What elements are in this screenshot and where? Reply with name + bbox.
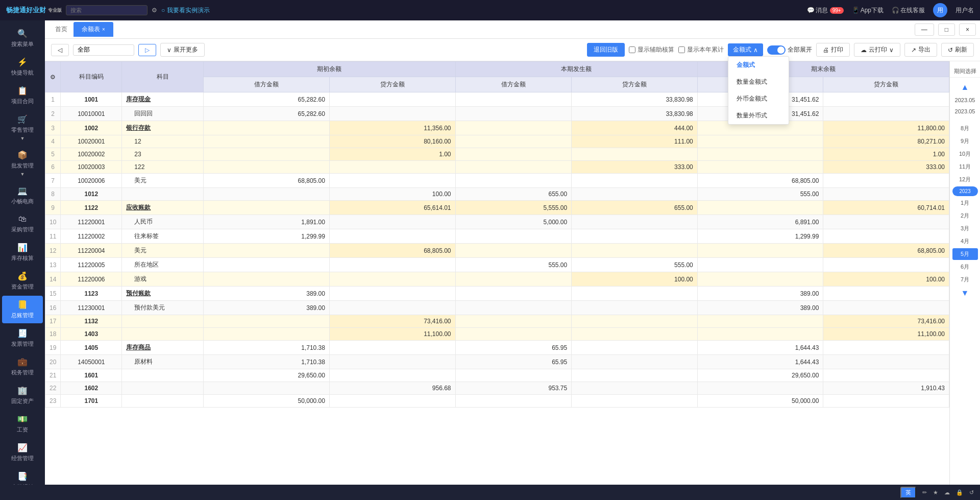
row-name-cell[interactable]: 往来标签 [122,229,204,244]
row-name-cell[interactable] [122,382,204,395]
message-btn[interactable]: 💬 消息 99+ [807,6,844,15]
table-row[interactable]: 1411220006游戏100.00100.00 [45,272,949,287]
period-may[interactable]: 5月 [952,248,978,260]
table-row[interactable]: 23170150,000.0050,000.00 [45,395,949,408]
menu-item-amount[interactable]: 金额式 [728,57,789,74]
row-name-cell[interactable]: 人民币 [122,215,204,229]
table-row[interactable]: 210010001回回回65,282.6033,830.9831,451.62 [45,107,949,121]
sidebar-item-wholesale[interactable]: 📦 批发管理 ▼ [2,146,43,181]
period-mar[interactable]: 3月 [952,223,978,234]
tab-home[interactable]: 首页 [49,22,74,37]
period-2023-05-1[interactable]: 2023.05 [952,95,978,105]
row-name-cell[interactable] [122,188,204,201]
table-row[interactable]: 17113273,416.0073,416.00 [45,315,949,328]
table-row[interactable]: 151123预付账款389.00389.00 [45,287,949,301]
row-name-cell[interactable]: 美元 [122,244,204,258]
year-badge-2023[interactable]: 2023 [952,186,978,196]
table-row[interactable]: 610020003122333.00333.00 [45,161,949,174]
table-row[interactable]: 1211220004美元68,805.0068,805.00 [45,244,949,258]
table-row[interactable]: 11001库存现金65,282.6033,830.9831,451.62 [45,92,949,107]
refresh-btn[interactable]: ↺ 刷新 [941,43,974,57]
row-name-cell[interactable]: 预付账款 [122,287,204,301]
row-name-cell[interactable]: 所在地区 [122,258,204,272]
period-sep[interactable]: 9月 [952,135,978,147]
bottom-lock-icon[interactable]: 🔒 [956,489,963,496]
sidebar-item-inventory[interactable]: 📊 库存核算 [2,239,43,266]
table-row[interactable]: 1611230001预付款美元389.00389.00 [45,301,949,315]
row-name-cell[interactable] [122,328,204,341]
sidebar-item-assets[interactable]: 🏢 固定资产 [2,382,43,409]
table-row[interactable]: 221602956.68953.751,910.43 [45,382,949,395]
lang-btn[interactable]: 英 [900,487,916,498]
period-2023-05-2[interactable]: 2023.05 [952,106,978,116]
row-name-cell[interactable] [122,315,204,328]
table-row[interactable]: 4100200011280,160.00111.0080,271.00 [45,135,949,148]
sidebar-item-ledger[interactable]: 📒 总账管理 [2,296,43,323]
sidebar-item-invoice[interactable]: 🧾 发票管理 [2,324,43,352]
expand-all-toggle[interactable]: 全部展开 [767,45,812,55]
period-nov[interactable]: 11月 [952,161,978,173]
row-name-cell[interactable]: 原材料 [122,355,204,369]
sidebar-item-ecommerce[interactable]: 💻 小畅电商 [2,182,43,209]
row-name-cell[interactable]: 预付款美元 [122,301,204,315]
return-old-btn[interactable]: 退回旧版 [587,43,625,57]
period-down-arrow[interactable]: ▼ [959,287,971,300]
table-row[interactable]: 191405库存商品1,710.3865.951,644.43 [45,341,949,355]
table-row[interactable]: 510020002231.001.00 [45,148,949,161]
sidebar-item-payroll[interactable]: 💵 工资 [2,410,43,438]
bottom-star-icon[interactable]: ★ [933,489,938,496]
row-name-cell[interactable]: 12 [122,135,204,148]
table-row[interactable]: 18140311,100.0011,100.00 [45,328,949,341]
window-minimize-btn[interactable]: — [915,23,934,36]
period-jul[interactable]: 7月 [952,274,978,285]
menu-item-qty-amount[interactable]: 数量金额式 [728,74,789,90]
sidebar-item-retail[interactable]: 🛒 零售管理 ▼ [2,110,43,145]
row-name-cell[interactable]: 游戏 [122,272,204,287]
tab-close-icon[interactable]: × [102,27,105,32]
period-feb[interactable]: 2月 [952,210,978,222]
table-settings-icon[interactable]: ⚙ [50,74,56,81]
print-btn[interactable]: 🖨 打印 [816,43,850,57]
bottom-edit-icon[interactable]: ✏ [922,489,927,496]
menu-item-qty-foreign[interactable]: 数量外币式 [728,107,789,124]
row-name-cell[interactable] [122,395,204,408]
row-name-cell[interactable] [122,369,204,382]
sidebar-item-expense[interactable]: 📑 小畅报销 [2,467,43,485]
nav-back-btn[interactable]: ◁ [51,44,69,56]
show-yearly-checkbox[interactable]: 显示本年累计 [678,45,724,54]
table-row[interactable]: 31002银行存款11,356.00444.0011,800.00 [45,121,949,135]
sidebar-item-search[interactable]: 🔍 搜索菜单 [2,25,43,52]
settings-icon[interactable]: ⚙ [152,7,157,14]
period-jun[interactable]: 6月 [952,261,978,273]
nav-forward-btn[interactable]: ▷ [138,44,156,56]
bottom-refresh-icon[interactable]: ↺ [969,489,974,496]
table-row[interactable]: 21160129,650.0029,650.00 [45,369,949,382]
table-row[interactable]: 710020006美元68,805.0068,805.00 [45,174,949,188]
demo-link[interactable]: ○ 我要看实例演示 [161,6,210,15]
expand-all-switch[interactable] [767,45,786,55]
bottom-cloud-icon[interactable]: ☁ [944,489,950,496]
cloud-print-btn[interactable]: ☁ 云打印 ∨ [854,43,900,57]
row-name-cell[interactable]: 库存商品 [122,341,204,355]
download-btn[interactable]: 📱 App下载 [852,6,884,15]
period-oct[interactable]: 10月 [952,148,978,160]
show-auxiliary-checkbox[interactable]: 显示辅助核算 [629,45,674,54]
table-row[interactable]: 81012100.00655.00555.00 [45,188,949,201]
tab-balance-sheet[interactable]: 余额表 × [74,22,113,37]
period-apr[interactable]: 4月 [952,235,978,247]
row-name-cell[interactable]: 回回回 [122,107,204,121]
row-name-cell[interactable]: 应收账款 [122,201,204,215]
row-name-cell[interactable]: 库存现金 [122,92,204,107]
search-input[interactable] [66,5,148,15]
window-close-btn[interactable]: × [959,23,976,36]
col-settings-header[interactable]: ⚙ [45,62,61,92]
row-name-cell[interactable]: 银行存款 [122,121,204,135]
menu-item-foreign-amount[interactable]: 外币金额式 [728,90,789,107]
sidebar-item-management[interactable]: 📈 经营管理 [2,439,43,466]
table-row[interactable]: 1111220002往来标签1,299.991,299.99 [45,229,949,244]
export-btn[interactable]: ↗ 导出 [904,43,937,57]
amount-type-btn[interactable]: 金额式 ∧ [728,43,763,56]
period-up-arrow[interactable]: ▲ [959,81,971,94]
row-name-cell[interactable]: 122 [122,161,204,174]
period-aug[interactable]: 8月 [952,123,978,134]
